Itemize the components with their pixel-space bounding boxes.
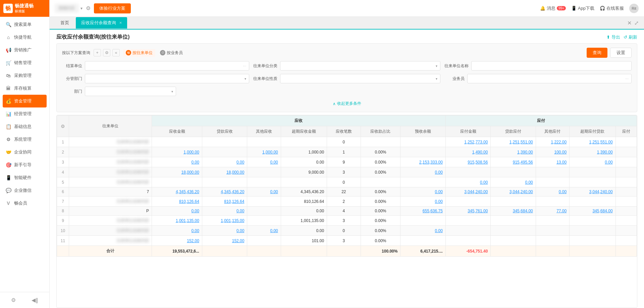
sidebar-item-wechat[interactable]: 💬 企业微信 bbox=[0, 184, 49, 197]
sidebar-item-quick[interactable]: ⌂ 快捷导航 bbox=[0, 31, 49, 44]
sidebar-item-purchase[interactable]: 🛍 采购管理 bbox=[0, 69, 49, 82]
sidebar-collapse-btn[interactable]: ◀‖ bbox=[30, 296, 40, 305]
table-cell[interactable]: 0.00 bbox=[536, 187, 569, 196]
table-cell[interactable]: 152.00 bbox=[152, 236, 202, 246]
table-settings-icon[interactable]: ⚙ bbox=[61, 124, 65, 129]
table-cell[interactable]: 915,508.56 bbox=[445, 157, 490, 167]
dropdown-icon[interactable]: ▾ bbox=[80, 6, 83, 11]
sidebar-item-sales[interactable]: 🛒 销售管理 bbox=[0, 56, 49, 69]
sidebar-item-finance[interactable]: 💰 资金管理 bbox=[3, 95, 47, 107]
settlement-input[interactable]: ··· bbox=[85, 61, 249, 71]
sidebar-settings-btn[interactable]: ⚙ bbox=[10, 296, 17, 305]
table-cell[interactable]: 13.00 bbox=[536, 157, 569, 167]
sidebar-item-operation[interactable]: 📊 经营管理 bbox=[0, 107, 49, 120]
settings-button[interactable]: 设置 bbox=[610, 48, 632, 58]
export-button[interactable]: ⬆ 导出 bbox=[606, 34, 620, 40]
table-cell[interactable]: 1,000.00 bbox=[247, 147, 281, 157]
table-cell[interactable]: 0.00 bbox=[445, 177, 490, 187]
dept-input[interactable]: ▾ bbox=[85, 74, 249, 83]
table-cell: 9,000.00 bbox=[281, 167, 327, 177]
sidebar-item-search[interactable]: 🔍 搜索菜单 bbox=[0, 18, 49, 31]
table-cell[interactable]: 0.00 bbox=[570, 157, 615, 167]
table-cell[interactable]: 100.00 bbox=[536, 147, 569, 157]
table-cell[interactable]: 0.00 bbox=[202, 157, 247, 167]
table-cell[interactable]: 152.00 bbox=[202, 236, 247, 246]
table-cell[interactable]: 1,390.00 bbox=[491, 147, 536, 157]
partner-category-input[interactable]: ▾ bbox=[280, 61, 440, 71]
table-cell[interactable]: 0.00 bbox=[491, 177, 536, 187]
sidebar-item-enterprise[interactable]: 🤝 企业协同 bbox=[0, 146, 49, 159]
partner-name-input[interactable] bbox=[471, 61, 632, 71]
table-cell[interactable]: 77.00 bbox=[536, 207, 569, 216]
table-cell[interactable]: 0.00 bbox=[202, 226, 247, 236]
table-cell[interactable]: 0.00 bbox=[152, 207, 202, 216]
col-settings[interactable]: ⚙ bbox=[57, 116, 69, 137]
app-download-button[interactable]: 📱 App下载 bbox=[571, 5, 594, 11]
sidebar-item-marketing[interactable]: 📢 营销推广 bbox=[0, 44, 49, 56]
sidebar-item-system[interactable]: ⚙ 系统管理 bbox=[0, 133, 49, 146]
sidebar-item-member[interactable]: V 畅会员 bbox=[0, 197, 49, 210]
table-cell[interactable]: 655,636.75 bbox=[400, 207, 445, 216]
notice-button[interactable]: 🔔 消息 99+ bbox=[540, 5, 566, 11]
sidebar-item-inventory[interactable]: 🏛 库存核算 bbox=[0, 82, 49, 95]
table-cell[interactable]: 0.00 bbox=[400, 167, 445, 177]
table-cell[interactable]: 1,490.00 bbox=[445, 147, 490, 157]
refresh-button[interactable]: ↺ 刷新 bbox=[624, 34, 637, 40]
salesperson-input[interactable]: ··· bbox=[467, 74, 632, 83]
sidebar-item-hardware[interactable]: 📱 智能硬件 bbox=[0, 171, 49, 184]
table-cell[interactable]: 3,044,240.00 bbox=[491, 187, 536, 196]
table-cell[interactable]: 0.00 bbox=[400, 226, 445, 236]
table-cell[interactable]: 0.00 bbox=[247, 226, 281, 236]
sidebar-item-newbie[interactable]: 🎯 新手引导 bbox=[0, 159, 49, 171]
table-cell[interactable]: 0.00 bbox=[247, 157, 281, 167]
table-cell[interactable]: 18,000.00 bbox=[202, 167, 247, 177]
sidebar-item-basic[interactable]: 📋 基础信息 bbox=[0, 120, 49, 133]
window-expand-icon[interactable]: ⤢ bbox=[634, 20, 639, 26]
table-cell[interactable]: 0.00 bbox=[202, 207, 247, 216]
filter-settings-btn[interactable]: ⚙ bbox=[103, 49, 110, 56]
table-cell[interactable]: 810,126.64 bbox=[152, 196, 202, 207]
table-cell[interactable]: 1,251,551.00 bbox=[491, 137, 536, 147]
footer-ar-amount[interactable]: 19,553,472,6... bbox=[152, 246, 202, 257]
filter-collapse-btn[interactable]: ∧ 收起更多条件 bbox=[62, 99, 632, 108]
promo-button[interactable]: 体验行业方案 bbox=[94, 3, 131, 13]
table-cell[interactable]: 3,044,240.00 bbox=[445, 187, 490, 196]
footer-prepay[interactable]: 6,417,215.... bbox=[400, 246, 445, 257]
window-close-icon[interactable]: ✕ bbox=[627, 20, 632, 26]
query-button[interactable]: 查询 bbox=[587, 48, 607, 58]
online-service-button[interactable]: 🎧 在线客服 bbox=[600, 5, 624, 11]
filter-collapse-btn[interactable]: « bbox=[112, 49, 120, 56]
tab-ar-query[interactable]: 应收应付余额查询 × bbox=[76, 17, 127, 29]
table-cell[interactable]: 810,126.64 bbox=[202, 196, 247, 207]
table-cell[interactable]: 0.00 bbox=[152, 157, 202, 167]
table-cell[interactable]: 0.00 bbox=[400, 196, 445, 207]
partner-nature-input[interactable]: ▾ bbox=[280, 74, 440, 83]
user-menu[interactable]: Rit bbox=[629, 4, 639, 13]
tab-close-icon[interactable]: × bbox=[119, 20, 122, 25]
table-cell[interactable]: 0.00 bbox=[400, 187, 445, 196]
table-cell[interactable]: 3,044,240.00 bbox=[570, 187, 615, 196]
scheme-partner[interactable]: 畅 按往来单位 bbox=[123, 49, 155, 57]
table-cell[interactable]: 4,345,436.20 bbox=[152, 187, 202, 196]
table-cell[interactable]: 1,001,135.00 bbox=[152, 216, 202, 226]
table-cell[interactable]: 2,153,333.00 bbox=[400, 157, 445, 167]
table-cell[interactable]: 915,495.56 bbox=[491, 157, 536, 167]
department-input[interactable]: ▾ bbox=[85, 87, 176, 96]
table-cell[interactable]: 1,390.00 bbox=[570, 147, 615, 157]
table-cell[interactable]: 0.00 bbox=[247, 187, 281, 196]
table-cell[interactable]: 1,252,773.00 bbox=[445, 137, 490, 147]
table-cell[interactable]: 1,251,551.00 bbox=[570, 137, 615, 147]
table-cell[interactable]: 345,684.00 bbox=[570, 207, 615, 216]
gear-icon[interactable]: ⚙ bbox=[86, 5, 91, 11]
table-cell[interactable]: 1,222.00 bbox=[536, 137, 569, 147]
table-cell[interactable]: 345,684.00 bbox=[491, 207, 536, 216]
scheme-salesperson[interactable]: ⏱ 按业务员 bbox=[157, 49, 185, 57]
table-cell[interactable]: 4,345,436.20 bbox=[202, 187, 247, 196]
table-cell[interactable]: 0.00 bbox=[152, 226, 202, 236]
table-cell[interactable]: 1,000.00 bbox=[152, 147, 202, 157]
table-cell[interactable]: 345,761.00 bbox=[445, 207, 490, 216]
table-cell[interactable]: 1,001,135.00 bbox=[202, 216, 247, 226]
tab-home[interactable]: 首页 bbox=[55, 17, 74, 29]
table-cell[interactable]: 18,000.00 bbox=[152, 167, 202, 177]
filter-add-btn[interactable]: + bbox=[94, 49, 101, 56]
